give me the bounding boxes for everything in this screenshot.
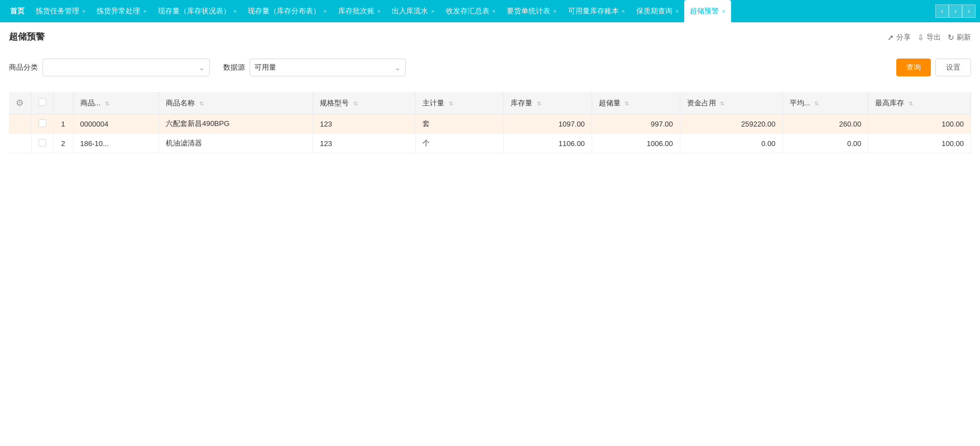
- sort-icon[interactable]: ⇅: [909, 100, 913, 106]
- nav-item-inventory-dist[interactable]: 现存量（库存分布表） ×: [242, 0, 332, 22]
- nav-item-picking-exception[interactable]: 拣货异常处理 ×: [91, 0, 152, 22]
- sort-icon[interactable]: ⇅: [449, 100, 453, 106]
- nav-expand-arrow[interactable]: ›: [962, 4, 976, 18]
- filter-actions: 查询 设置: [896, 59, 971, 76]
- settings-button[interactable]: 设置: [935, 59, 971, 76]
- nav-next-arrow[interactable]: ›: [949, 4, 962, 18]
- row-checkbox[interactable]: [39, 139, 46, 147]
- row-checkbox[interactable]: [39, 119, 46, 127]
- nav-item-available-ledger[interactable]: 可用量库存账本 ×: [563, 0, 631, 22]
- close-icon[interactable]: ×: [82, 8, 85, 14]
- datasource-select-value: 可用量: [254, 62, 276, 72]
- gear-icon[interactable]: ⚙: [16, 98, 23, 108]
- top-nav: 首页 拣货任务管理 × 拣货异常处理 × 现存量（库存状况表） × 现存量（库存…: [0, 0, 980, 22]
- row-settings-cell: [9, 134, 31, 153]
- query-button[interactable]: 查询: [896, 59, 931, 76]
- row-product-code: 0000004: [73, 114, 159, 134]
- close-icon[interactable]: ×: [553, 8, 556, 14]
- export-button[interactable]: ⇩ 导出: [917, 32, 941, 42]
- close-icon[interactable]: ×: [675, 8, 679, 14]
- row-product-code: 186-10...: [73, 134, 159, 153]
- refresh-button[interactable]: ↻ 刷新: [948, 32, 971, 42]
- nav-item-order-stats[interactable]: 要货单统计表 ×: [501, 0, 562, 22]
- share-icon: ➚: [887, 33, 894, 42]
- close-icon[interactable]: ×: [143, 8, 146, 14]
- row-avg: 0.00: [782, 134, 868, 153]
- row-settings-cell: [9, 114, 31, 134]
- row-max-inventory: 100.00: [868, 134, 971, 153]
- chevron-down-icon: ⌄: [395, 64, 401, 72]
- row-capital: 0.00: [680, 134, 782, 153]
- close-icon[interactable]: ×: [622, 8, 625, 14]
- sort-icon[interactable]: ⇅: [199, 100, 204, 106]
- category-label: 商品分类: [9, 62, 38, 72]
- select-all-checkbox[interactable]: [39, 98, 46, 106]
- datasource-select[interactable]: 可用量 ⌄: [249, 59, 406, 76]
- row-checkbox-cell: [31, 114, 53, 134]
- row-product-name: 机油滤清器: [159, 134, 313, 153]
- nav-prev-arrow[interactable]: ‹: [935, 4, 949, 18]
- close-icon[interactable]: ×: [377, 8, 381, 14]
- row-number: 1: [53, 114, 73, 134]
- close-icon[interactable]: ×: [722, 8, 725, 14]
- row-spec: 123: [313, 134, 416, 153]
- row-overstock: 997.00: [592, 114, 680, 134]
- refresh-icon: ↻: [948, 33, 954, 42]
- sort-icon[interactable]: ⇅: [537, 100, 541, 106]
- col-product-code: 商品... ⇅: [73, 92, 159, 114]
- col-product-name: 商品名称 ⇅: [159, 92, 313, 114]
- row-overstock: 1006.00: [592, 134, 680, 153]
- nav-item-recv-send[interactable]: 收发存汇总表 ×: [440, 0, 501, 22]
- col-settings: ⚙: [9, 92, 31, 114]
- row-avg: 260.00: [782, 114, 868, 134]
- table-row: 2 186-10... 机油滤清器 123 个 1106.00 1006.00 …: [9, 134, 971, 153]
- table-header-row: ⚙ 商品... ⇅ 商品名称 ⇅ 规格型号 ⇅: [9, 92, 971, 114]
- row-max-inventory: 100.00: [868, 114, 971, 134]
- nav-item-picking-task[interactable]: 拣货任务管理 ×: [30, 0, 91, 22]
- category-select[interactable]: ⌄: [42, 59, 210, 76]
- close-icon[interactable]: ×: [233, 8, 237, 14]
- sort-icon[interactable]: ⇅: [105, 100, 109, 106]
- nav-item-home[interactable]: 首页: [4, 0, 30, 22]
- col-number: [53, 92, 73, 114]
- sort-icon[interactable]: ⇅: [814, 100, 819, 106]
- datasource-label: 数据源: [223, 62, 245, 72]
- sort-icon[interactable]: ⇅: [720, 100, 724, 106]
- close-icon[interactable]: ×: [323, 8, 326, 14]
- row-number: 2: [53, 134, 73, 153]
- table-row: 1 0000004 六配套新昌490BPG 123 套 1097.00 997.…: [9, 114, 971, 134]
- sort-icon[interactable]: ⇅: [624, 100, 629, 106]
- close-icon[interactable]: ×: [492, 8, 496, 14]
- nav-item-inventory-status[interactable]: 现存量（库存状况表） ×: [152, 0, 242, 22]
- page-header: 超储预警 ➚ 分享 ⇩ 导出 ↻ 刷新: [9, 31, 971, 43]
- col-inventory: 库存量 ⇅: [503, 92, 592, 114]
- row-inventory: 1097.00: [503, 114, 592, 134]
- nav-item-inout-flow[interactable]: 出入库流水 ×: [386, 0, 440, 22]
- nav-item-expiry[interactable]: 保质期查询 ×: [631, 0, 684, 22]
- filter-bar: 商品分类 ⌄ 数据源 可用量 ⌄ 查询 设置: [9, 52, 971, 83]
- close-icon[interactable]: ×: [431, 8, 434, 14]
- category-filter: 商品分类 ⌄: [9, 59, 210, 76]
- export-icon: ⇩: [917, 33, 924, 42]
- main-content: 超储预警 ➚ 分享 ⇩ 导出 ↻ 刷新 商品分类 ⌄ 数据源: [0, 22, 980, 446]
- nav-item-inventory-batch[interactable]: 库存批次账 ×: [333, 0, 386, 22]
- row-capital: 259220.00: [680, 114, 782, 134]
- datasource-filter: 数据源 可用量 ⌄: [223, 59, 406, 76]
- data-table: ⚙ 商品... ⇅ 商品名称 ⇅ 规格型号 ⇅: [9, 92, 971, 153]
- col-spec: 规格型号 ⇅: [313, 92, 416, 114]
- col-capital: 资金占用 ⇅: [680, 92, 782, 114]
- row-unit: 个: [415, 134, 503, 153]
- sort-icon[interactable]: ⇅: [353, 100, 358, 106]
- chevron-down-icon: ⌄: [199, 64, 205, 72]
- row-spec: 123: [313, 114, 416, 134]
- share-button[interactable]: ➚ 分享: [887, 32, 911, 42]
- col-unit: 主计量 ⇅: [415, 92, 503, 114]
- row-inventory: 1106.00: [503, 134, 592, 153]
- row-checkbox-cell: [31, 134, 53, 153]
- row-unit: 套: [415, 114, 503, 134]
- col-avg: 平均... ⇅: [782, 92, 868, 114]
- col-overstock: 超储量 ⇅: [592, 92, 680, 114]
- page-title: 超储预警: [9, 31, 45, 43]
- nav-item-overstock[interactable]: 超储预警 ×: [684, 0, 731, 22]
- row-product-name: 六配套新昌490BPG: [159, 114, 313, 134]
